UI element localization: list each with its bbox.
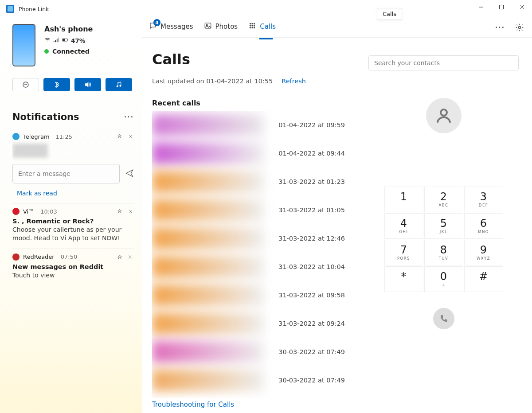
bluetooth-button[interactable] [43,78,70,91]
call-contact-redacted [152,256,264,278]
mark-read-link[interactable]: Mark as read [12,190,134,197]
dismiss-icon[interactable] [127,253,134,261]
tab-label: Photos [215,23,238,31]
recent-call-item[interactable]: 30-03-2022 at 07:49 [152,338,345,366]
last-updated: Last updated on 01-04-2022 at 10:55 [152,78,273,85]
notifications-more-icon[interactable]: ··· [124,113,134,121]
call-time: 30-03-2022 at 07:49 [278,377,345,384]
tab-bar: Calls 4 Messages Photos Calls ··· [142,18,532,37]
recent-call-item[interactable]: 31-03-2022 at 09:58 [152,281,345,309]
tab-label: Calls [260,23,276,31]
notification-item[interactable]: RedReader 07:50 New messages on Reddit T… [12,249,134,286]
dialpad-icon [248,22,256,31]
dismiss-icon[interactable] [127,133,134,140]
dialpad-letters: + [442,283,446,287]
phone-status: Ash's phone 47% Connected [12,24,134,66]
svg-rect-3 [57,39,58,42]
recent-call-item[interactable]: 31-03-2022 at 09:24 [152,309,345,338]
dialpad-key-2[interactable]: 2ABC [424,187,463,212]
notifications-list: Telegram 11:25 Mark as read Vi™ 10:03 S.… [12,129,134,286]
dialpad-key-1[interactable]: 1 [384,187,423,212]
send-icon[interactable] [125,169,134,179]
notifications-title: Notifications [12,112,79,122]
dnd-button[interactable] [12,78,39,91]
reply-input[interactable] [12,164,120,183]
tab-calls[interactable]: Calls [248,22,276,33]
notification-app-icon [12,253,20,261]
svg-point-22 [519,27,521,29]
more-icon[interactable]: ··· [496,23,505,32]
call-time: 31-03-2022 at 10:04 [278,263,345,270]
dismiss-icon[interactable] [127,208,134,215]
svg-rect-0 [500,5,504,9]
troubleshoot-link[interactable]: Troubleshooting for Calls [152,401,345,409]
app-icon [6,5,14,13]
notification-time: 11:25 [56,133,72,140]
dialpad-digit: 9 [480,245,487,255]
recent-call-item[interactable]: 31-03-2022 at 10:04 [152,253,345,281]
dialpad-key-0[interactable]: 0+ [424,266,463,292]
page-title: Calls [152,51,345,68]
dialpad-key-8[interactable]: 8TUV [424,240,463,265]
call-contact-redacted [152,227,264,249]
battery-pct: 47% [71,37,85,44]
svg-rect-6 [63,39,65,41]
tab-messages[interactable]: 4 Messages [149,22,193,33]
dialpad-letters: WXYZ [477,256,490,261]
dialpad-key-*[interactable]: * [384,266,423,292]
call-contact-redacted [152,142,264,164]
call-contact-redacted [152,284,264,306]
tab-label: Messages [160,23,193,31]
volume-button[interactable] [74,78,101,91]
maximize-button[interactable] [491,0,512,14]
recent-call-item[interactable]: 01-04-2022 at 09:59 [152,111,345,139]
connection-label: Connected [52,48,90,55]
refresh-link[interactable]: Refresh [282,78,306,85]
notifications-header: Notifications ··· [12,112,134,122]
pin-icon[interactable] [116,208,123,215]
recent-call-item[interactable]: 01-04-2022 at 09:44 [152,139,345,168]
svg-point-13 [250,23,251,24]
call-button[interactable] [433,308,454,329]
dialpad-digit: 0 [440,271,447,282]
svg-point-14 [252,23,253,24]
dialpad-letters: ABC [439,203,449,207]
svg-rect-4 [58,38,59,43]
close-button[interactable] [512,0,532,14]
call-contact-redacted [152,369,264,391]
notification-title: New messages on Reddit [12,263,134,270]
notification-item[interactable]: Vi™ 10:03 S. , Romantic or Rock? Choose … [12,203,134,249]
call-contact-redacted [152,171,264,193]
pin-icon[interactable] [116,253,123,261]
recent-call-item[interactable]: 31-03-2022 at 01:23 [152,168,345,196]
tooltip: Calls [377,8,402,20]
dialpad-key-7[interactable]: 7PQRS [384,240,423,265]
tab-photos[interactable]: Photos [204,22,238,33]
search-input[interactable] [368,55,519,70]
music-button[interactable] [106,78,132,91]
dialpad-key-5[interactable]: 5JKL [424,213,463,239]
call-time: 30-03-2022 at 07:49 [278,348,345,355]
dialpad-key-#[interactable]: # [464,266,503,292]
messages-badge: 4 [153,19,160,26]
dialpad-key-3[interactable]: 3DEF [464,187,503,212]
phone-thumbnail[interactable] [12,24,35,66]
sidebar: Ash's phone 47% Connected Notificatio [0,18,142,413]
dialpad-digit: 2 [440,191,447,202]
recent-call-item[interactable]: 31-03-2022 at 01:05 [152,196,345,224]
recent-call-item[interactable]: 30-03-2022 at 07:49 [152,366,345,394]
dialpad-key-9[interactable]: 9WXYZ [464,240,503,265]
svg-point-9 [117,86,118,87]
phone-icon [439,314,448,323]
svg-rect-7 [67,39,68,41]
dialpad-key-6[interactable]: 6MNO [464,213,503,239]
call-time: 31-03-2022 at 09:24 [278,320,345,327]
dialpad-key-4[interactable]: 4GHI [384,213,423,239]
notification-item[interactable]: Telegram 11:25 Mark as read [12,129,134,203]
minimize-button[interactable] [471,0,491,14]
recent-calls-list: 01-04-2022 at 09:59 01-04-2022 at 09:44 … [152,111,345,398]
settings-icon[interactable] [515,23,524,32]
recent-call-item[interactable]: 31-03-2022 at 12:46 [152,224,345,253]
call-contact-redacted [152,341,264,363]
pin-icon[interactable] [116,133,123,140]
